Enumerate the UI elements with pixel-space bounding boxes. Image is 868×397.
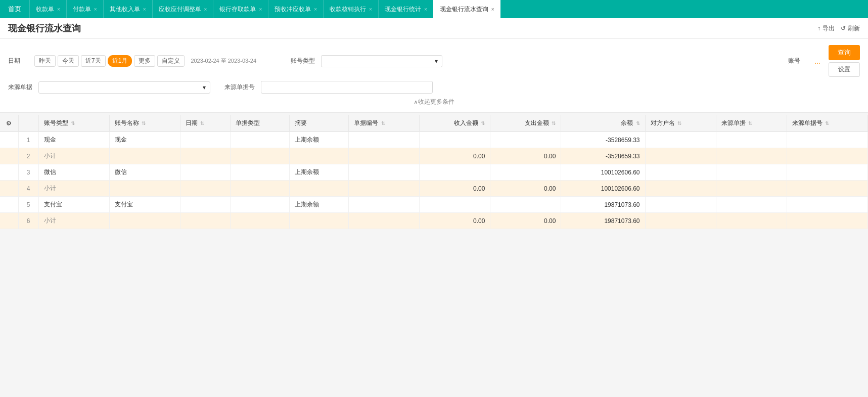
table-container: ⚙ 账号类型 ⇅ 账号名称 ⇅ 日期 ⇅ 单据类型 摘要: [0, 115, 868, 229]
td-expense: 0.00: [490, 181, 561, 197]
nav-tab-xianjinyinhangliushui[interactable]: 现金银行流水查询 ×: [433, 0, 500, 18]
td-doc-type: [230, 213, 289, 229]
td-summary: 上期余额: [290, 132, 349, 148]
th-date[interactable]: 日期 ⇅: [180, 115, 230, 132]
td-expense: 0.00: [490, 213, 561, 229]
nav-tab-shoukuanhexiao[interactable]: 收款核销执行 ×: [323, 0, 378, 18]
td-income: [420, 132, 490, 148]
close-icon[interactable]: ×: [94, 7, 97, 12]
td-expense: 0.00: [490, 148, 561, 164]
td-source-doc: [716, 197, 787, 213]
td-source-doc-no: [787, 197, 868, 213]
td-balance: 19871073.60: [561, 197, 645, 213]
nav-tab-fukuandan[interactable]: 付款单 ×: [66, 0, 103, 18]
td-counterpart: [645, 132, 716, 148]
export-button[interactable]: ↑ 导出: [817, 24, 835, 33]
close-icon[interactable]: ×: [491, 7, 494, 12]
td-balance: 19871073.60: [561, 213, 645, 229]
td-account-name: 现金: [109, 132, 180, 148]
td-source-doc: [716, 181, 787, 197]
th-source-doc[interactable]: 来源单据 ⇅: [716, 115, 787, 132]
account-type-select[interactable]: ▾: [321, 55, 442, 67]
td-source-doc-no: [787, 132, 868, 148]
th-expense[interactable]: 支出金额 ⇅: [490, 115, 561, 132]
td-balance: -3528659.33: [561, 132, 645, 148]
account-type-label: 账号类型: [291, 57, 315, 65]
td-source-doc-no: [787, 213, 868, 229]
header-actions: ↑ 导出 ↺ 刷新: [817, 24, 860, 33]
date-btn-1month[interactable]: 近1月: [108, 55, 132, 67]
td-index: 6: [18, 213, 38, 229]
td-source-doc-no: [787, 164, 868, 181]
nav-home[interactable]: 首页: [0, 0, 29, 18]
th-settings[interactable]: ⚙: [0, 115, 18, 132]
source-doc-select[interactable]: ▾: [38, 81, 210, 94]
sort-icon: ⇅: [748, 120, 752, 126]
collapse-bar[interactable]: ∧ 收起更多条件: [8, 98, 860, 106]
th-income[interactable]: 收入金额 ⇅: [420, 115, 490, 132]
query-button[interactable]: 查询: [829, 45, 860, 60]
table-row: 3微信微信上期余额100102606.60: [0, 164, 868, 181]
close-icon[interactable]: ×: [314, 7, 317, 12]
date-options: 昨天 今天 近7天 近1月 更多 自定义: [34, 55, 185, 67]
date-btn-custom[interactable]: 自定义: [157, 55, 185, 67]
sort-icon: ⇅: [481, 120, 485, 126]
sort-icon: ⇅: [200, 120, 204, 126]
date-btn-yesterday[interactable]: 昨天: [34, 55, 56, 67]
close-icon[interactable]: ×: [424, 7, 427, 12]
td-summary: [290, 181, 349, 197]
td-doc-type: [230, 132, 289, 148]
nav-tab-qitashouruan[interactable]: 其他收入单 ×: [103, 0, 152, 18]
settings-button[interactable]: 设置: [829, 62, 860, 77]
td-expense: [490, 164, 561, 181]
account-ellipsis-button[interactable]: ...: [814, 57, 820, 65]
th-source-doc-no[interactable]: 来源单据号 ⇅: [787, 115, 868, 132]
th-balance[interactable]: 余额 ⇅: [561, 115, 645, 132]
date-btn-today[interactable]: 今天: [58, 55, 79, 67]
td-date: [180, 197, 230, 213]
td-date: [180, 164, 230, 181]
nav-tab-yushounchong[interactable]: 预收冲应收单 ×: [268, 0, 323, 18]
data-table: ⚙ 账号类型 ⇅ 账号名称 ⇅ 日期 ⇅ 单据类型 摘要: [0, 115, 868, 229]
nav-tab-yingshouyingfu[interactable]: 应收应付调整单 ×: [152, 0, 213, 18]
table-row: 2小计0.000.00-3528659.33: [0, 148, 868, 164]
th-account-type[interactable]: 账号类型 ⇅: [38, 115, 109, 132]
close-icon[interactable]: ×: [369, 7, 372, 12]
th-doc-type: 单据类型: [230, 115, 289, 132]
source-doc-no-input[interactable]: [261, 81, 433, 94]
td-summary: 上期余额: [290, 164, 349, 181]
chevron-down-icon: ▾: [435, 58, 438, 65]
td-account-type: 小计: [38, 181, 109, 197]
td-account-type: 现金: [38, 132, 109, 148]
td-settings: [0, 197, 18, 213]
close-icon[interactable]: ×: [143, 7, 146, 12]
close-icon[interactable]: ×: [259, 7, 262, 12]
nav-tab-xianjinyinhangtongjI[interactable]: 现金银行统计 ×: [378, 0, 433, 18]
td-account-name: [109, 181, 180, 197]
td-doc-no: [349, 148, 420, 164]
th-doc-no[interactable]: 单据编号 ⇅: [349, 115, 420, 132]
td-expense: [490, 132, 561, 148]
close-icon[interactable]: ×: [204, 7, 207, 12]
sort-icon: ⇅: [142, 120, 146, 126]
page-header: 现金银行流水查询 ↑ 导出 ↺ 刷新: [0, 18, 868, 39]
table-row: 5支付宝支付宝上期余额19871073.60: [0, 197, 868, 213]
td-doc-no: [349, 181, 420, 197]
date-btn-more[interactable]: 更多: [134, 55, 155, 67]
th-account-name[interactable]: 账号名称 ⇅: [109, 115, 180, 132]
th-index: [18, 115, 38, 132]
td-settings: [0, 132, 18, 148]
close-icon[interactable]: ×: [57, 7, 60, 12]
refresh-icon: ↺: [841, 25, 846, 32]
nav-tab-yinhangcunqu[interactable]: 银行存取款单 ×: [213, 0, 268, 18]
th-counterpart[interactable]: 对方户名 ⇅: [645, 115, 716, 132]
td-income: 0.00: [420, 181, 490, 197]
td-summary: 上期余额: [290, 197, 349, 213]
source-doc-no-label: 来源单据号: [224, 83, 255, 92]
td-settings: [0, 181, 18, 197]
chevron-up-icon: ∧: [414, 99, 418, 106]
td-doc-no: [349, 164, 420, 181]
refresh-button[interactable]: ↺ 刷新: [841, 24, 860, 33]
date-btn-7days[interactable]: 近7天: [81, 55, 106, 67]
nav-tab-shoukuandan[interactable]: 收款单 ×: [29, 0, 66, 18]
